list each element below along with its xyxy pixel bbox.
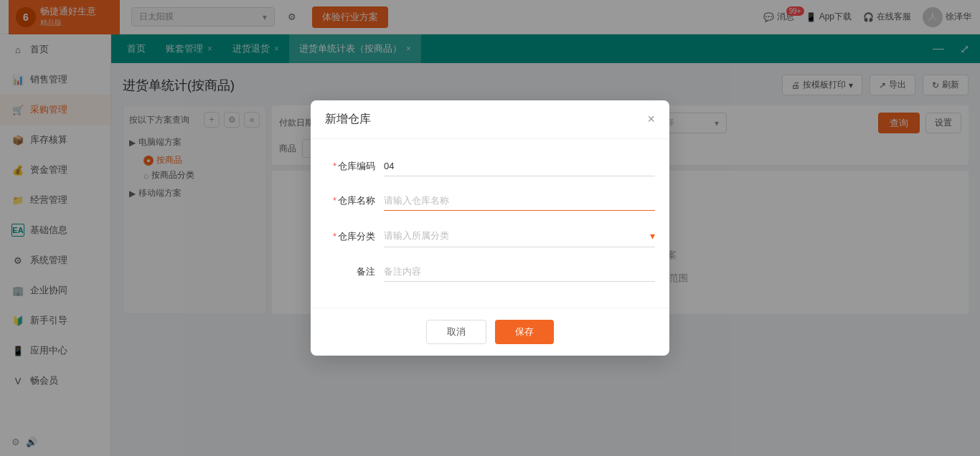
modal-footer: 取消 保存 — [311, 308, 669, 356]
form-label-name: 仓库名称 — [325, 194, 375, 207]
form-label-category: 仓库分类 — [325, 230, 375, 243]
modal-add-warehouse: 新增仓库 × 仓库编码 仓库名称 仓库分类 请输入所属分类 ▾ — [311, 100, 669, 356]
modal-header: 新增仓库 × — [311, 100, 669, 139]
modal-body: 仓库编码 仓库名称 仓库分类 请输入所属分类 ▾ 备注 — [311, 139, 669, 308]
modal-overlay: 新增仓库 × 仓库编码 仓库名称 仓库分类 请输入所属分类 ▾ — [0, 0, 980, 456]
form-label-code: 仓库编码 — [325, 160, 375, 173]
form-row-code: 仓库编码 — [325, 156, 655, 176]
category-dropdown-arrow: ▾ — [650, 230, 655, 242]
form-row-name: 仓库名称 — [325, 191, 655, 211]
form-row-remark: 备注 — [325, 262, 655, 282]
save-btn[interactable]: 保存 — [495, 320, 554, 344]
modal-title: 新增仓库 — [325, 112, 371, 127]
warehouse-code-input[interactable] — [384, 156, 655, 176]
form-row-category: 仓库分类 请输入所属分类 ▾ — [325, 225, 655, 247]
warehouse-name-input[interactable] — [384, 191, 655, 211]
form-label-remark: 备注 — [325, 265, 375, 278]
remark-input[interactable] — [384, 262, 655, 282]
category-placeholder: 请输入所属分类 — [384, 229, 650, 242]
cancel-btn[interactable]: 取消 — [426, 320, 486, 344]
warehouse-category-select[interactable]: 请输入所属分类 ▾ — [384, 225, 655, 247]
modal-close-btn[interactable]: × — [647, 112, 655, 127]
